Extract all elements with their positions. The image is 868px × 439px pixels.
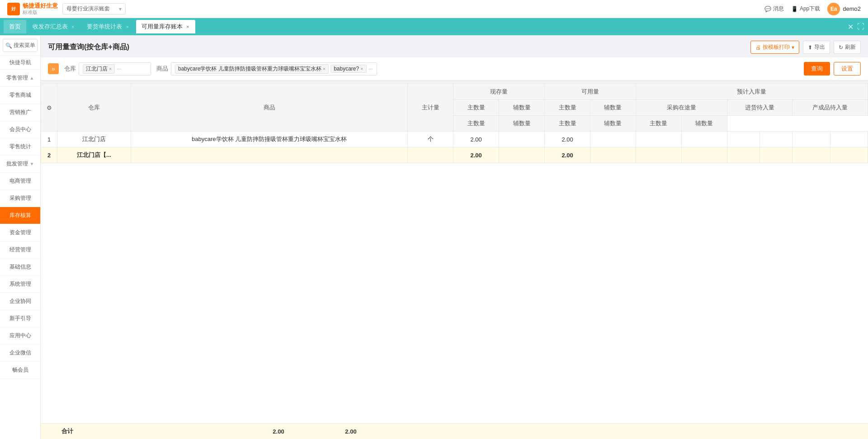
col-available: 可用量 [545,84,636,100]
logo-title: 畅捷通好生意 [23,2,58,9]
sidebar-item-purchase[interactable]: 采购管理 [0,190,40,207]
row-fp-sub [830,132,868,147]
col-fp-main: 主数量 [636,116,681,132]
row-subtotal-pt-sub [681,147,727,163]
col-expected-in: 预计入库量 [636,84,868,100]
sidebar-item-marketing[interactable]: 营销推广 [0,104,40,121]
col-pp-main: 主数量 [545,116,590,132]
sidebar-item-app-center[interactable]: 应用中心 [0,327,40,345]
sidebar-item-vip[interactable]: 畅会员 [0,362,40,379]
tab-available-stock-close[interactable]: × [185,24,190,30]
row-pp-sub [760,132,793,147]
message-icon: 💬 [764,6,771,12]
product-more-icon[interactable]: ··· [368,66,373,72]
export-btn[interactable]: ⬆ 导出 [803,41,830,54]
col-finished-pending: 产成品待入量 [793,100,868,116]
col-settings[interactable]: ⚙ [41,84,57,132]
header-row-1: ⚙ 仓库 商品 主计量 现存量 可用量 预计入库量 [41,84,868,100]
tab-bar: 首页 收发存汇总表 × 要货单统计表 × 可用量库存账本 × ✕ ⛶ [0,18,868,35]
row-pp-main [727,132,760,147]
user-avatar-area[interactable]: Ea demo2 [827,3,861,15]
row-subtotal-avail-main: 2.00 [545,147,590,163]
brand-label: 标准版 [23,9,58,15]
sidebar-item-basic[interactable]: 基础信息 [0,259,40,276]
sidebar-item-operation[interactable]: 经营管理 [0,241,40,259]
tab-available-stock[interactable]: 可用量库存账本 × [136,20,195,33]
tab-order-stats-close[interactable]: × [125,24,129,30]
sidebar-item-ecommerce[interactable]: 电商管理 [0,173,40,190]
footer-current-main: 2.00 [260,428,297,435]
row-avail-sub [590,132,636,147]
row-subtotal-pp-main [727,147,760,163]
row-pt-main [636,132,681,147]
row-subtotal-fp-main [793,147,830,163]
chevron-down-icon: ▾ [119,6,122,12]
warehouse-filter-group: 仓库 江北门店 × ··· [64,62,151,76]
tab-receive-close[interactable]: × [71,24,75,30]
page-header: 可用量查询(按仓库+商品) 🖨 按模板打印 ▾ ⬆ 导出 ↻ 刷新 [41,35,868,57]
industry-selector[interactable]: 母婴行业演示账套 ▾ [62,3,126,14]
more-icon[interactable]: ··· [117,66,121,72]
sidebar-item-system[interactable]: 系统管理 [0,276,40,293]
row-subtotal-avail-sub [590,147,636,163]
tab-home[interactable]: 首页 [4,20,26,33]
logo-area: 好 畅捷通好生意 标准版 [7,2,58,15]
sidebar-item-retail-mgmt[interactable]: 零售管理 ▲ [0,70,40,87]
sidebar-item-finance[interactable]: 资金管理 [0,224,40,241]
warehouse-tag-remove[interactable]: × [109,66,112,71]
tab-receive[interactable]: 收发存汇总表 × [27,20,80,33]
tab-order-stats-label: 要货单统计表 [87,23,122,31]
refresh-icon: ↻ [839,44,843,51]
col-avail-sub: 辅数量 [590,100,636,116]
message-btn[interactable]: 💬 消息 [764,5,784,13]
settings-button[interactable]: 设置 [834,62,861,76]
row-subtotal-index: 2 [41,147,57,163]
filter-toggle-btn[interactable]: » [48,63,59,74]
row-current-main: 2.00 [453,132,499,147]
tab-bar-actions: ✕ ⛶ [848,23,864,31]
product-input[interactable]: babycare学饮杯 儿童防摔防撞吸管杯重力球吸嘴杯宝宝水杯 × babyca… [171,62,377,76]
product-tag-1-remove[interactable]: × [323,66,326,71]
sidebar-item-wechat[interactable]: 企业微信 [0,345,40,362]
row-subtotal-fp-sub [830,147,868,163]
row-pt-sub [681,132,727,147]
search-menu-btn[interactable]: 🔍 搜索菜单 [3,39,38,52]
chevron-icon: ▲ [30,76,34,80]
sidebar-item-retail-stats[interactable]: 零售统计 [0,138,40,156]
tab-order-stats[interactable]: 要货单统计表 × [81,20,135,33]
row-index: 1 [41,132,57,147]
product-tag-1: babycare学饮杯 儿童防摔防撞吸管杯重力球吸嘴杯宝宝水杯 × [175,64,329,74]
col-current-sub: 辅数量 [499,100,545,116]
col-unit: 主计量 [408,84,453,132]
refresh-btn[interactable]: ↻ 刷新 [834,41,861,54]
product-filter-group: 商品 babycare学饮杯 儿童防摔防撞吸管杯重力球吸嘴杯宝宝水杯 × bab… [156,62,377,76]
sidebar-item-member[interactable]: 会员中心 [0,121,40,138]
sidebar-item-retail-mall[interactable]: 零售商城 [0,87,40,104]
col-fp-sub: 辅数量 [681,116,727,132]
tab-receive-label: 收发存汇总表 [33,23,68,31]
col-current-stock: 现存量 [453,84,545,100]
print-btn[interactable]: 🖨 按模板打印 ▾ [750,41,799,54]
sidebar-item-wholesale[interactable]: 批发管理 ▼ [0,156,40,173]
sidebar-item-inventory[interactable]: 库存核算 [0,207,40,224]
close-all-tabs-btn[interactable]: ✕ [848,23,854,31]
table-footer: 合计 2.00 2.00 [41,423,868,439]
expand-btn[interactable]: ⛶ [857,23,864,31]
logo-icon: 好 [7,3,20,15]
app-download-btn[interactable]: 📱 App下载 [791,5,820,13]
sidebar-item-enterprise[interactable]: 企业协同 [0,293,40,310]
col-warehouse: 仓库 [57,84,131,132]
sidebar-item-newbie[interactable]: 新手引导 [0,310,40,327]
warehouse-input[interactable]: 江北门店 × ··· [79,62,151,76]
top-bar: 好 畅捷通好生意 标准版 母婴行业演示账套 ▾ 💬 消息 📱 App下载 Ea … [0,0,868,18]
filter-bar: » 仓库 江北门店 × ··· 商品 babycare学饮杯 儿童防摔防撞吸管杯… [41,57,868,80]
quick-nav-btn[interactable]: 快捷导航 [0,56,40,70]
footer-avail-main: 2.00 [333,428,369,435]
query-button[interactable]: 查询 [804,62,830,76]
export-icon: ⬆ [808,44,812,51]
col-purchase-pending: 进货待入量 [727,100,793,116]
chevron-icon-2: ▼ [30,161,34,166]
warehouse-label: 仓库 [64,65,76,73]
page-actions: 🖨 按模板打印 ▾ ⬆ 导出 ↻ 刷新 [750,41,861,54]
product-tag-2-remove[interactable]: × [360,66,363,71]
